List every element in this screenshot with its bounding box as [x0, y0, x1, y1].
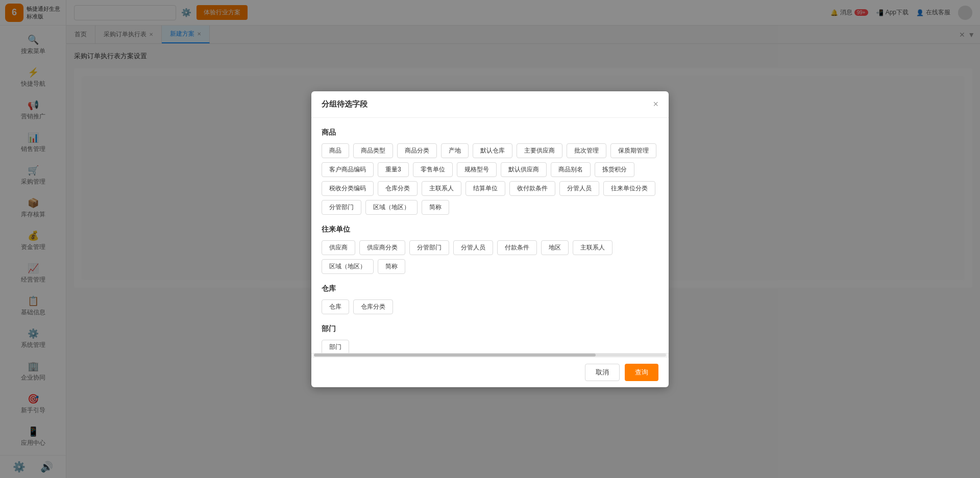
field-tag-warehouse[interactable]: 仓库: [322, 299, 349, 314]
cancel-button[interactable]: 取消: [585, 364, 620, 381]
modal-overlay: 分组待选字段 × 商品 商品 商品类型 商品分类 产地 默认仓库 主要供应商 批…: [0, 0, 980, 478]
field-group-department: 部门 部门: [322, 324, 658, 353]
field-tag-pick-points[interactable]: 拣货积分: [595, 162, 634, 177]
field-tag-product-category[interactable]: 商品分类: [397, 143, 437, 158]
group-title-product: 商品: [322, 128, 658, 137]
modal-footer: 取消 查询: [311, 357, 669, 387]
field-tag-manager[interactable]: 分管人员: [559, 181, 599, 196]
department-field-tags: 部门: [322, 340, 658, 353]
field-tag-tax-code[interactable]: 税收分类编码: [322, 181, 374, 196]
scrollbar-track: [314, 354, 666, 357]
scrollbar-thumb: [314, 354, 596, 357]
field-tag-default-supplier[interactable]: 默认供应商: [501, 162, 547, 177]
field-tag-manage-person[interactable]: 分管人员: [453, 240, 493, 255]
field-tag-main-contact[interactable]: 主联系人: [422, 181, 461, 196]
field-tag-batch-mgmt[interactable]: 批次管理: [567, 143, 606, 158]
product-field-tags: 商品 商品类型 商品分类 产地 默认仓库 主要供应商 批次管理 保质期管理 客户…: [322, 143, 658, 215]
field-tag-spec-model[interactable]: 规格型号: [457, 162, 497, 177]
field-tag-payment-terms[interactable]: 收付款条件: [509, 181, 555, 196]
field-tag-dept[interactable]: 分管部门: [322, 200, 361, 215]
field-tag-shelf-life[interactable]: 保质期管理: [610, 143, 656, 158]
modal-close-button[interactable]: ×: [653, 99, 658, 110]
field-group-product: 商品 商品 商品类型 商品分类 产地 默认仓库 主要供应商 批次管理 保质期管理…: [322, 128, 658, 215]
modal-title: 分组待选字段: [322, 99, 368, 109]
group-title-warehouse: 仓库: [322, 284, 658, 293]
field-tag-department[interactable]: 部门: [322, 340, 349, 353]
warehouse-field-tags: 仓库 仓库分类: [322, 299, 658, 314]
field-tag-retail-unit[interactable]: 零售单位: [413, 162, 453, 177]
field-tag-area[interactable]: 地区: [541, 240, 569, 255]
field-tag-product-alias[interactable]: 商品别名: [551, 162, 591, 177]
field-tag-supplier[interactable]: 供应商: [322, 240, 355, 255]
field-select-modal: 分组待选字段 × 商品 商品 商品类型 商品分类 产地 默认仓库 主要供应商 批…: [311, 91, 669, 387]
field-tag-pay-terms[interactable]: 付款条件: [497, 240, 537, 255]
field-tag-settlement-unit[interactable]: 结算单位: [465, 181, 505, 196]
field-group-partner: 往来单位 供应商 供应商分类 分管部门 分管人员 付款条件 地区 主联系人 区域…: [322, 225, 658, 274]
modal-horizontal-scrollbar[interactable]: [311, 353, 669, 357]
field-tag-region-partner[interactable]: 区域（地区）: [322, 259, 374, 274]
field-tag-weight3[interactable]: 重量3: [378, 162, 409, 177]
field-tag-partner-category[interactable]: 往来单位分类: [603, 181, 655, 196]
field-group-warehouse: 仓库 仓库 仓库分类: [322, 284, 658, 314]
field-tag-region[interactable]: 区域（地区）: [365, 200, 418, 215]
confirm-button[interactable]: 查询: [625, 364, 658, 381]
field-tag-warehouse-category[interactable]: 仓库分类: [378, 181, 418, 196]
field-tag-main-supplier[interactable]: 主要供应商: [517, 143, 562, 158]
field-tag-warehouse-type[interactable]: 仓库分类: [353, 299, 393, 314]
group-title-partner: 往来单位: [322, 225, 658, 234]
field-tag-customer-code[interactable]: 客户商品编码: [322, 162, 374, 177]
field-tag-origin[interactable]: 产地: [441, 143, 469, 158]
group-title-department: 部门: [322, 324, 658, 334]
field-tag-product[interactable]: 商品: [322, 143, 349, 158]
field-tag-abbr-partner[interactable]: 简称: [378, 259, 405, 274]
field-tag-supplier-category[interactable]: 供应商分类: [359, 240, 405, 255]
partner-field-tags: 供应商 供应商分类 分管部门 分管人员 付款条件 地区 主联系人 区域（地区） …: [322, 240, 658, 274]
field-tag-abbr[interactable]: 简称: [422, 200, 449, 215]
field-tag-main-contact-partner[interactable]: 主联系人: [573, 240, 612, 255]
field-tag-product-type[interactable]: 商品类型: [353, 143, 393, 158]
modal-header: 分组待选字段 ×: [311, 91, 669, 118]
modal-body[interactable]: 商品 商品 商品类型 商品分类 产地 默认仓库 主要供应商 批次管理 保质期管理…: [311, 118, 669, 353]
field-tag-manage-dept[interactable]: 分管部门: [409, 240, 449, 255]
field-tag-default-warehouse[interactable]: 默认仓库: [473, 143, 512, 158]
